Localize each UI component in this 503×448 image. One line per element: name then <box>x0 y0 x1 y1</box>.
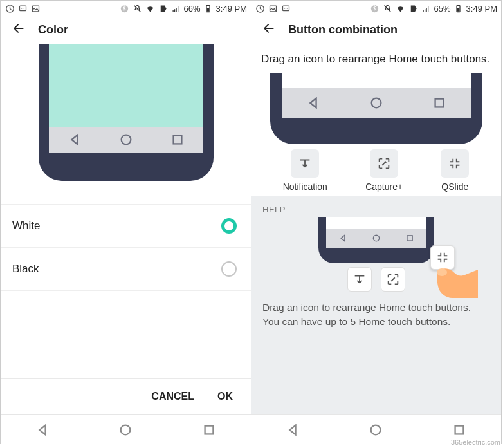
svg-point-18 <box>285 8 286 8</box>
page-title: Button combination <box>288 23 398 37</box>
option-black[interactable]: Black <box>1 247 251 291</box>
extra-capture[interactable]: Capture+ <box>365 149 403 192</box>
option-white[interactable]: White <box>1 204 251 248</box>
back-triangle-icon <box>68 133 82 147</box>
back-triangle-icon[interactable] <box>306 96 320 110</box>
svg-point-4 <box>23 8 24 8</box>
watermark-text: 365electric.com <box>451 438 500 446</box>
clock-icon <box>255 3 265 14</box>
notification-icon <box>291 149 319 178</box>
status-time: 3:49 PM <box>216 4 247 14</box>
svg-point-29 <box>371 425 381 434</box>
chat-icon <box>17 3 28 14</box>
wifi-icon <box>396 3 406 14</box>
data-icon <box>408 3 419 14</box>
svg-rect-23 <box>457 5 459 5</box>
svg-point-17 <box>284 8 285 8</box>
svg-point-2 <box>21 8 22 8</box>
svg-rect-27 <box>407 236 412 241</box>
back-triangle-icon <box>336 231 350 245</box>
status-bar: 66% 3:49 PM <box>1 1 251 16</box>
home-circle-icon[interactable] <box>369 96 383 110</box>
battery-icon <box>203 3 214 14</box>
svg-point-3 <box>22 8 23 8</box>
svg-rect-25 <box>435 99 443 107</box>
svg-rect-8 <box>207 8 210 12</box>
mute-icon <box>383 3 393 14</box>
sys-home-icon[interactable] <box>118 423 133 437</box>
system-navbar <box>1 414 251 445</box>
svg-point-24 <box>371 98 381 108</box>
wifi-icon <box>145 3 156 14</box>
back-arrow-icon[interactable] <box>262 22 275 38</box>
sys-back-icon[interactable] <box>286 423 300 437</box>
chat-icon <box>280 3 291 14</box>
header-bar: Button combination <box>251 16 501 44</box>
help-section: HELP <box>251 196 501 414</box>
extra-label: Capture+ <box>365 182 403 192</box>
help-text: Drag an icon to rearrange Home touch but… <box>262 301 489 328</box>
svg-point-28 <box>437 268 447 276</box>
bluetooth-icon <box>120 3 130 14</box>
qslide-icon <box>441 149 469 178</box>
extras-row: Notification Capture+ QSlide <box>251 149 501 196</box>
button-combination-screen: 65% 3:49 PM Button combination Drag an i… <box>251 1 501 445</box>
svg-rect-30 <box>455 425 464 434</box>
ok-button[interactable]: OK <box>217 391 233 402</box>
svg-point-26 <box>373 235 379 241</box>
svg-point-10 <box>121 135 131 145</box>
svg-point-19 <box>286 8 287 8</box>
recent-square-icon[interactable] <box>432 96 446 110</box>
pointing-hand-icon <box>434 259 478 298</box>
page-title: Color <box>38 23 68 37</box>
status-time: 3:49 PM <box>466 4 497 14</box>
preview-phone <box>251 73 501 144</box>
bluetooth-icon <box>370 3 380 14</box>
battery-icon <box>453 3 464 14</box>
svg-point-12 <box>121 425 131 434</box>
sys-back-icon[interactable] <box>35 423 50 437</box>
notification-icon <box>347 267 372 292</box>
battery-percent: 65% <box>434 4 451 14</box>
svg-rect-13 <box>205 425 214 434</box>
extra-label: QSlide <box>441 182 468 192</box>
extra-label: Notification <box>283 182 327 192</box>
data-icon <box>158 3 169 14</box>
clock-icon <box>5 3 15 14</box>
extra-qslide[interactable]: QSlide <box>441 149 469 192</box>
image-icon <box>268 3 278 14</box>
capture-plus-icon <box>381 267 405 292</box>
dialog-buttons: CANCEL OK <box>1 378 251 414</box>
option-label: White <box>12 219 40 232</box>
sys-home-icon[interactable] <box>369 423 383 437</box>
svg-rect-11 <box>173 136 181 144</box>
preview-phone <box>1 44 251 205</box>
image-icon <box>30 3 41 14</box>
preview-navbar <box>49 127 203 153</box>
sys-recent-icon[interactable] <box>202 423 216 437</box>
capture-plus-icon <box>370 149 398 178</box>
svg-rect-22 <box>457 8 460 12</box>
signal-icon <box>171 3 181 14</box>
header-bar: Color <box>1 16 251 44</box>
recent-square-icon <box>403 231 417 245</box>
status-bar: 65% 3:49 PM <box>251 1 501 16</box>
instruction-text: Drag an icon to rearrange Home touch but… <box>251 44 501 73</box>
home-circle-icon <box>369 231 383 245</box>
preview-navbar[interactable] <box>282 88 471 118</box>
help-heading: HELP <box>262 205 489 214</box>
extra-notification[interactable]: Notification <box>283 149 327 192</box>
back-arrow-icon[interactable] <box>12 22 25 38</box>
option-label: Black <box>12 263 39 275</box>
battery-percent: 66% <box>184 4 201 14</box>
svg-rect-9 <box>207 5 209 5</box>
sys-recent-icon[interactable] <box>452 423 466 437</box>
mute-icon <box>133 3 143 14</box>
radio-unchecked-icon[interactable] <box>221 261 237 277</box>
radio-checked-icon[interactable] <box>221 218 237 234</box>
recent-square-icon <box>170 133 185 147</box>
cancel-button[interactable]: CANCEL <box>151 391 194 402</box>
home-circle-icon <box>119 133 133 147</box>
signal-icon <box>421 3 432 14</box>
help-illustration <box>306 217 447 292</box>
